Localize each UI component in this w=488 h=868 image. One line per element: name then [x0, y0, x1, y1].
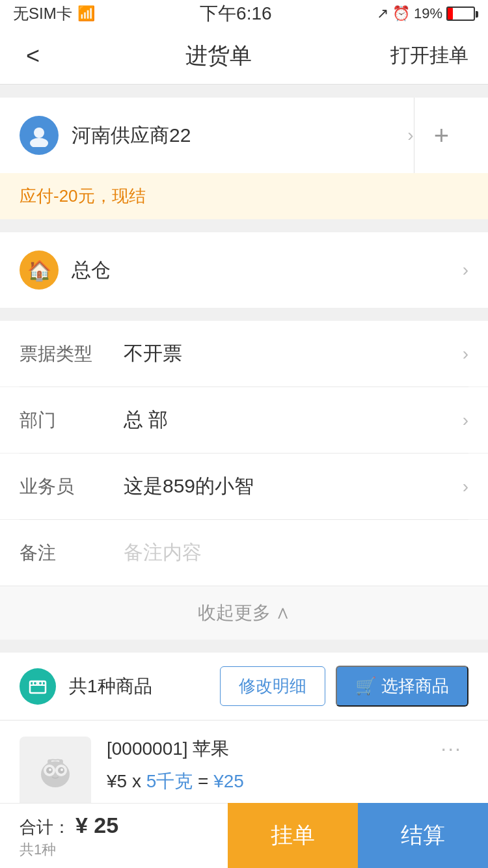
chevron-right-icon: › [407, 125, 413, 146]
remark-label: 备注 [20, 541, 124, 565]
product-info: [0000001] 苹果 ¥5 x 5千克 = ¥25 [107, 737, 434, 794]
svg-point-4 [38, 681, 42, 685]
supplier-avatar [20, 116, 59, 155]
owl-icon [33, 750, 78, 795]
more-button[interactable]: ··· [434, 737, 468, 761]
gap-3 [0, 308, 488, 321]
invoice-row[interactable]: 票据类型 不开票 › [0, 321, 488, 387]
chevron-right-icon: › [463, 410, 468, 431]
svg-point-3 [33, 681, 37, 685]
svg-point-0 [34, 128, 44, 138]
gap-1 [0, 85, 488, 98]
back-button[interactable]: < [20, 36, 46, 76]
warehouse-name: 总仓 [72, 257, 463, 284]
svg-point-12 [47, 759, 51, 765]
remark-input[interactable]: 备注内容 [124, 539, 468, 566]
invoice-label: 票据类型 [20, 342, 124, 366]
salesperson-value: 这是859的小智 [124, 473, 463, 500]
wifi-icon: 📶 [77, 5, 95, 22]
open-hang-button[interactable]: 打开挂单 [390, 42, 468, 69]
total-label: 合计： [20, 816, 70, 839]
page-title: 进货单 [185, 41, 252, 71]
select-product-button[interactable]: 🛒 选择商品 [336, 666, 468, 707]
svg-point-1 [30, 138, 48, 147]
salesperson-row[interactable]: 业务员 这是859的小智 › [0, 454, 488, 519]
total-count: 共1种 [20, 840, 208, 860]
chevron-right-icon: › [463, 260, 468, 280]
warehouse-icon: 🏠 [20, 251, 59, 290]
product-thumbnail [20, 737, 91, 808]
gap-4 [0, 640, 488, 653]
svg-point-10 [49, 768, 51, 771]
battery-percent: 19% [414, 5, 442, 22]
checkout-button[interactable]: 结算 [358, 803, 488, 868]
battery-icon [446, 7, 475, 21]
product-code: [0000001] [107, 739, 188, 759]
remark-row[interactable]: 备注 备注内容 [0, 520, 488, 586]
product-count: 共1种商品 [69, 674, 220, 699]
cart-icon: 🛒 [355, 676, 376, 696]
product-name: [0000001] 苹果 [107, 737, 434, 761]
status-bar: 无SIM卡 📶 下午6:16 ↗ ⏰ 19% [0, 0, 488, 27]
product-toolbar: 共1种商品 修改明细 🛒 选择商品 [0, 653, 488, 720]
status-right: ↗ ⏰ 19% [377, 5, 475, 22]
nav-bar: < 进货单 打开挂单 [0, 27, 488, 85]
add-supplier-button[interactable]: + [414, 121, 468, 150]
edit-detail-button[interactable]: 修改明细 [220, 666, 325, 706]
gap-2 [0, 219, 488, 232]
location-icon: ↗ [377, 5, 388, 22]
carrier-text: 无SIM卡 [13, 3, 72, 24]
invoice-value: 不开票 [124, 340, 463, 367]
quantity: 5千克 [146, 771, 193, 791]
product-price-row: ¥5 x 5千克 = ¥25 [107, 769, 434, 794]
chevron-right-icon: › [463, 344, 468, 364]
svg-point-11 [61, 768, 63, 771]
notice-bar: 应付-20元，现结 [0, 173, 488, 219]
subtotal: ¥25 [213, 771, 244, 791]
equals-sign: = [198, 771, 213, 791]
collapse-button[interactable]: 收起更多 ∧ [0, 586, 488, 640]
department-value: 总 部 [124, 407, 463, 433]
alarm-icon: ⏰ [392, 5, 410, 22]
multiply-sign: x [132, 771, 146, 791]
notice-text: 应付-20元，现结 [20, 186, 146, 206]
supplier-selector[interactable]: 河南供应商22 › [20, 98, 414, 173]
svg-point-13 [59, 759, 63, 765]
supplier-name: 河南供应商22 [72, 122, 401, 149]
hang-button[interactable]: 挂单 [228, 803, 358, 868]
salesperson-label: 业务员 [20, 474, 124, 499]
warehouse-row[interactable]: 🏠 总仓 › [0, 232, 488, 308]
time-display: 下午6:16 [200, 1, 272, 26]
department-row[interactable]: 部门 总 部 › [0, 387, 488, 453]
bottom-bar: 合计： ¥ 25 共1种 挂单 结算 [0, 803, 488, 868]
supplier-section: 河南供应商22 › + [0, 98, 488, 173]
chevron-right-icon: › [463, 476, 468, 497]
unit-price: ¥5 [107, 771, 127, 791]
total-amount: ¥ 25 [75, 813, 118, 838]
product-icon [20, 668, 56, 705]
svg-rect-2 [30, 681, 46, 693]
product-title: 苹果 [193, 739, 229, 759]
total-section: 合计： ¥ 25 共1种 [0, 803, 228, 868]
department-label: 部门 [20, 408, 124, 433]
status-left: 无SIM卡 📶 [13, 3, 95, 24]
